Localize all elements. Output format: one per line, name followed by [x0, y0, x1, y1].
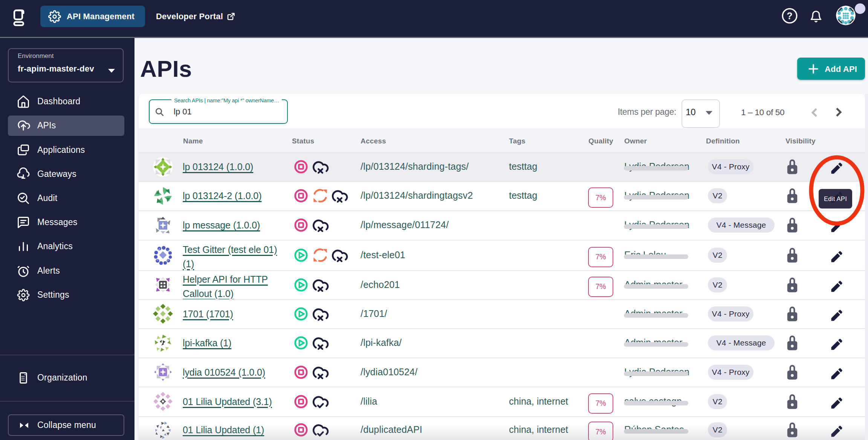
svg-text:?: ?	[787, 11, 792, 21]
